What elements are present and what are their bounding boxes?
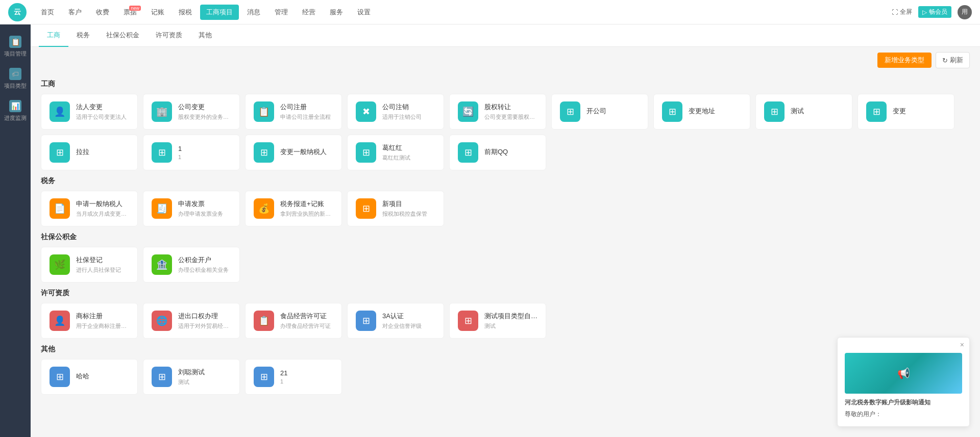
- card-icon-sw2: 🧾: [152, 198, 172, 219]
- card-gs1[interactable]: 👤 法人变更 适用于公司变更法人: [41, 94, 138, 130]
- nav-invoice[interactable]: 票据 new: [117, 5, 143, 20]
- nav-message[interactable]: 消息: [241, 5, 266, 20]
- card-icon-gs14: ⊞: [458, 142, 478, 163]
- card-desc-sb1: 进行人员社保登记: [76, 266, 129, 274]
- card-sw2[interactable]: 🧾 申请发票 办理申请发票业务: [143, 191, 240, 226]
- card-gs13[interactable]: ⊞ 葛红红 葛红红测试: [347, 135, 444, 170]
- card-title-gs3: 公司注册: [280, 102, 333, 112]
- tabs-bar: 工商 税务 社保公积金 许可资质 其他: [31, 24, 980, 47]
- member-button[interactable]: ▷ 畅会员: [918, 6, 951, 18]
- card-icon-gs8: ⊞: [764, 101, 785, 122]
- nav-accounting[interactable]: 记账: [145, 5, 170, 20]
- card-icon-xk4: ⊞: [356, 311, 376, 331]
- cards-grid-shebao: 🌿 社保登记 进行人员社保登记 🏦 公积金开户 办理公积金相关业务: [41, 247, 970, 282]
- tab-shuiwu[interactable]: 税务: [68, 24, 98, 47]
- card-title-qt3: 21: [280, 369, 333, 377]
- card-desc-sw3: 拿到营业执照的新公司: [280, 210, 333, 218]
- card-gs7[interactable]: ⊞ 变更地址: [653, 94, 750, 130]
- cards-grid-shuiwu: 📄 申请一般纳税人 当月或次月成变更完成 🧾 申请发票 办理申请发票业务 💰 税…: [41, 191, 970, 226]
- card-desc-xk2: 适用于对外贸易经营者: [178, 322, 231, 330]
- card-gs6[interactable]: ⊞ 开公司: [551, 94, 648, 130]
- card-sw4[interactable]: ⊞ 新项目 报税加税控盘保管: [347, 191, 444, 226]
- card-title-gs8: 测试: [791, 107, 844, 116]
- cards-grid-gongshang: 👤 法人变更 适用于公司变更法人 🏢 公司变更 股权变更外的业务变更 📋 公司注…: [41, 94, 970, 170]
- nav-operation[interactable]: 经营: [296, 5, 322, 20]
- card-sw3[interactable]: 💰 税务报道+记账 拿到营业执照的新公司: [245, 191, 342, 226]
- card-title-xk3: 食品经营许可证: [280, 312, 333, 321]
- card-gs9[interactable]: ⊞ 变更: [857, 94, 954, 130]
- card-gs3[interactable]: 📋 公司注册 申请公司注册全流程: [245, 94, 342, 130]
- fullscreen-icon: ⛶: [892, 9, 898, 16]
- card-xk3[interactable]: 📋 食品经营许可证 办理食品经营许可证: [245, 303, 342, 339]
- card-title-gs4: 公司注销: [382, 102, 435, 112]
- card-xk4[interactable]: ⊞ 3A认证 对企业信誉评级: [347, 303, 444, 339]
- card-gs4[interactable]: ✖ 公司注销 适用于注销公司: [347, 94, 444, 130]
- card-icon-gs11: ⊞: [152, 142, 172, 163]
- card-title-gs13: 葛红红: [382, 143, 435, 152]
- card-gs10[interactable]: ⊞ 拉拉: [41, 135, 138, 170]
- progress-monitor-icon: 📊: [9, 100, 21, 112]
- card-title-gs14: 前期QQ: [484, 147, 537, 157]
- card-xk1[interactable]: 👤 商标注册 用于企业商标注册服务: [41, 303, 138, 339]
- fullscreen-button[interactable]: ⛶ 全屏: [892, 8, 912, 16]
- card-gs11[interactable]: ⊞ 1 1: [143, 135, 240, 170]
- nav-home[interactable]: 首页: [35, 5, 60, 20]
- nav-menu: 首页 客户 收费 票据 new 记账 报税 工商项目 消息 管理 经营 服务 设…: [35, 5, 892, 20]
- card-title-sb2: 公积金开户: [178, 255, 231, 265]
- card-icon-qt2: ⊞: [152, 367, 172, 387]
- refresh-icon: ↻: [942, 57, 948, 64]
- nav-bizproject[interactable]: 工商项目: [200, 5, 239, 20]
- card-sb1[interactable]: 🌿 社保登记 进行人员社保登记: [41, 247, 138, 282]
- notification-body-text: 尊敬的用户：: [845, 409, 962, 419]
- card-title-sw4: 新项目: [382, 199, 435, 209]
- top-navigation: 云 首页 客户 收费 票据 new 记账 报税 工商项目 消息 管理 经营 服务…: [0, 0, 980, 24]
- sidebar-item-project-management[interactable]: 📋 项目管理: [0, 31, 31, 63]
- card-gs14[interactable]: ⊞ 前期QQ: [449, 135, 546, 170]
- sidebar-item-progress-monitor[interactable]: 📊 进度监测: [0, 95, 31, 127]
- card-xk2[interactable]: 🌐 进出口权办理 适用于对外贸易经营者: [143, 303, 240, 339]
- nav-fee[interactable]: 收费: [90, 5, 115, 20]
- section-title-xukezi: 许可资质: [41, 289, 970, 298]
- tab-qita[interactable]: 其他: [190, 24, 220, 47]
- card-qt2[interactable]: ⊞ 刘聪测试 测试: [143, 359, 240, 395]
- card-title-sw3: 税务报道+记账: [280, 199, 333, 209]
- card-gs2[interactable]: 🏢 公司变更 股权变更外的业务变更: [143, 94, 240, 130]
- card-gs12[interactable]: ⊞ 变更一般纳税人: [245, 135, 342, 170]
- card-icon-gs6: ⊞: [560, 101, 580, 122]
- nav-manage[interactable]: 管理: [268, 5, 294, 20]
- tab-gongshang[interactable]: 工商: [39, 24, 68, 47]
- card-qt1[interactable]: ⊞ 哈哈: [41, 359, 138, 395]
- card-gs5[interactable]: 🔄 股权转让 公司变更需要股权转让: [449, 94, 546, 130]
- card-title-xk1: 商标注册: [76, 312, 129, 321]
- notification-title: 河北税务数字账户升级影响通知: [845, 398, 962, 407]
- card-desc-sw1: 当月或次月成变更完成: [76, 210, 129, 218]
- notification-close-button[interactable]: ×: [960, 341, 964, 349]
- card-title-sw1: 申请一般纳税人: [76, 199, 129, 209]
- user-avatar[interactable]: 用: [958, 5, 972, 19]
- card-desc-xk4: 对企业信誉评级: [382, 322, 435, 330]
- card-gs8[interactable]: ⊞ 测试: [755, 94, 852, 130]
- tab-shebao[interactable]: 社保公积金: [98, 24, 148, 47]
- tab-xukezi[interactable]: 许可资质: [148, 24, 190, 47]
- nav-settings[interactable]: 设置: [351, 5, 377, 20]
- nav-service[interactable]: 服务: [324, 5, 349, 20]
- refresh-button[interactable]: ↻ 刷新: [936, 52, 970, 68]
- add-type-button[interactable]: 新增业务类型: [877, 53, 932, 68]
- card-xk5[interactable]: ⊞ 测试项目类型自定义 测试: [449, 303, 546, 339]
- card-desc-gs2: 股权变更外的业务变更: [178, 113, 231, 121]
- card-desc-qt3: 1: [280, 378, 333, 384]
- card-sb2[interactable]: 🏦 公积金开户 办理公积金相关业务: [143, 247, 240, 282]
- nav-customer[interactable]: 客户: [62, 5, 88, 20]
- card-desc-qt2: 测试: [178, 378, 231, 386]
- nav-tax[interactable]: 报税: [173, 5, 198, 20]
- card-icon-sw4: ⊞: [356, 198, 376, 219]
- new-badge: new: [129, 6, 141, 11]
- card-icon-gs10: ⊞: [50, 142, 70, 163]
- card-title-gs7: 变更地址: [689, 107, 742, 116]
- notification-image: 📢: [845, 353, 962, 394]
- card-desc-xk3: 办理食品经营许可证: [280, 322, 333, 330]
- card-sw1[interactable]: 📄 申请一般纳税人 当月或次月成变更完成: [41, 191, 138, 226]
- card-qt3[interactable]: ⊞ 21 1: [245, 359, 342, 395]
- card-desc-gs13: 葛红红测试: [382, 154, 435, 162]
- sidebar-item-project-type[interactable]: 🏷 项目类型: [0, 63, 31, 95]
